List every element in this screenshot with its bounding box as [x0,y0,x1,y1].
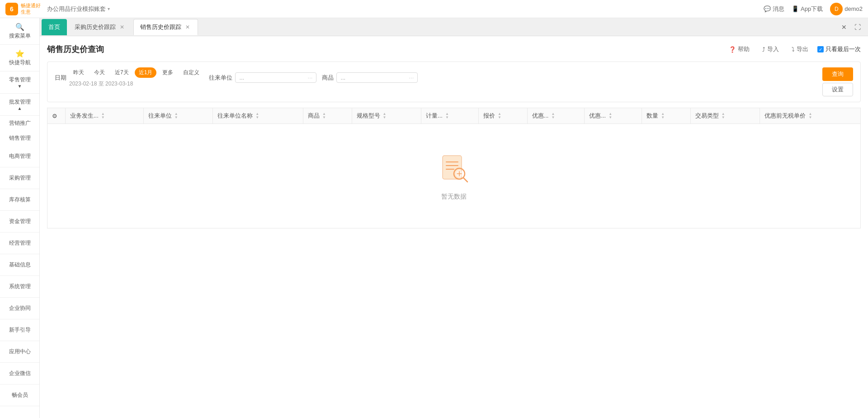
header-left: 6 畅捷通好生意 办公用品行业模拟账套 ▾ [5,3,110,15]
sidebar-item-basics[interactable]: 基础信息 [0,254,39,276]
sidebar: 🔍 搜索菜单 ⭐ 快捷导航 零售管理 ▼ 批发管理 ▲ 营销推广 销售管理 电商… [0,18,40,418]
settings-button[interactable]: 设置 [822,83,853,96]
tab-sales-history[interactable]: 销售历史价跟踪 ✕ [133,19,198,35]
sort-counterpart-code-icon: ▲▼ [175,112,178,119]
product-filter-input[interactable]: ... ··· [336,72,418,83]
counterpart-filter-placeholder: ... [239,74,244,81]
col-product[interactable]: 商品 ▲▼ [303,108,352,124]
date-btn-yesterday[interactable]: 昨天 [69,67,88,78]
sidebar-item-sys-mgmt[interactable]: 系统管理 [0,276,39,298]
col-counterpart-name[interactable]: 往来单位名称 ▲▼ [213,108,303,124]
col-unit[interactable]: 计量... ▲▼ [421,108,479,124]
sidebar-item-operations[interactable]: 经营管理 [0,233,39,254]
sidebar-item-corp-wechat[interactable]: 企业微信 [0,363,39,385]
table-container: ⚙ 业务发生... ▲▼ 往来单位 [47,108,861,228]
sidebar-item-enterprise[interactable]: 企业协同 [0,298,39,319]
settings-icon: ⚙ [52,113,57,119]
date-btn-today[interactable]: 今天 [90,67,109,78]
col-discount1[interactable]: 优惠... ▲▼ [527,108,585,124]
date-filter-label: 日期 [55,74,66,82]
sidebar-item-new-guide[interactable]: 新手引导 [0,319,39,341]
app-logo-text: 畅捷通好生意 [21,3,43,14]
col-quantity[interactable]: 数量 ▲▼ [642,108,691,124]
sidebar-item-sales-mgmt[interactable]: 销售管理 [0,131,39,146]
sort-price-icon: ▲▼ [498,112,501,119]
sort-pretax-price-icon: ▲▼ [808,112,812,119]
date-btn-more[interactable]: 更多 [158,67,177,78]
tab-purchase-history[interactable]: 采购历史价跟踪 ✕ [68,19,132,35]
sort-trade-type-icon: ▲▼ [722,112,725,119]
filter-actions: 查询 设置 [822,67,853,96]
empty-state: 暂无数据 [47,124,860,228]
content-area: 首页 采购历史价跟踪 ✕ 销售历史价跟踪 ✕ ✕ ⛶ 销售历史价查询 [40,18,868,418]
data-table: ⚙ 业务发生... ▲▼ 往来单位 [47,108,861,228]
app-download-btn[interactable]: 📱 App下载 [792,5,823,13]
user-area[interactable]: D demo2 [830,3,863,15]
only-latest-checkbox[interactable]: ✓ [817,46,824,52]
col-spec[interactable]: 规格型号 ▲▼ [352,108,421,124]
search-menu-icon: 🔍 [15,23,24,31]
col-discount2[interactable]: 优惠... ▲▼ [585,108,642,124]
sidebar-item-member[interactable]: 畅会员 [0,385,39,406]
sort-quantity-icon: ▲▼ [661,112,665,119]
sidebar-item-retail-mgmt[interactable]: 零售管理 ▼ [0,71,39,94]
sidebar-item-search-menu[interactable]: 🔍 搜索菜单 [0,18,39,45]
quick-nav-icon: ⭐ [15,49,24,58]
main-layout: 🔍 搜索菜单 ⭐ 快捷导航 零售管理 ▼ 批发管理 ▲ 营销推广 销售管理 电商… [0,18,868,418]
col-counterpart-code[interactable]: 往来单位 ▲▼ [143,108,213,124]
empty-state-row: 暂无数据 [47,124,861,228]
counterpart-filter-group: 往来单位 ... ··· [209,72,316,83]
product-filter-label: 商品 [322,74,334,82]
sidebar-item-inventory[interactable]: 库存核算 [0,189,39,211]
import-btn[interactable]: ⤴ 导入 [759,43,783,55]
sort-counterpart-name-icon: ▲▼ [255,112,259,119]
filter-row: 日期 昨天 今天 近7天 近1月 更多 自定义 2023-02-18 至 202… [55,67,815,88]
export-btn[interactable]: ⤵ 导出 [788,43,812,55]
sort-discount2-icon: ▲▼ [609,112,612,119]
empty-text: 暂无数据 [441,193,467,201]
col-settings[interactable]: ⚙ [47,108,66,124]
tab-sales-history-close[interactable]: ✕ [184,24,191,31]
col-trade-type[interactable]: 交易类型 ▲▼ [690,108,760,124]
sort-unit-icon: ▲▼ [445,112,449,119]
product-filter-group: 商品 ... ··· [322,72,418,83]
date-btn-custom[interactable]: 自定义 [179,67,203,78]
col-price[interactable]: 报价 ▲▼ [478,108,527,124]
sort-spec-icon: ▲▼ [383,112,387,119]
tab-maximize-btn[interactable]: ⛶ [853,22,863,32]
top-header: 6 畅捷通好生意 办公用品行业模拟账套 ▾ 💬 消息 📱 App下载 D dem… [0,0,868,18]
tab-purchase-history-close[interactable]: ✕ [118,24,126,31]
sidebar-item-app-center[interactable]: 应用中心 [0,341,39,363]
counterpart-filter-input[interactable]: ... ··· [235,72,316,83]
message-btn[interactable]: 💬 消息 [764,5,784,13]
product-filter-dots-icon: ··· [409,74,414,81]
only-latest-checkbox-label[interactable]: ✓ 只看最后一次 [817,45,861,53]
query-button[interactable]: 查询 [822,67,853,81]
counterpart-filter-label: 往来单位 [209,74,232,82]
sort-biz-date-icon: ▲▼ [101,112,105,119]
app-download-icon: 📱 [792,5,799,12]
tab-home[interactable]: 首页 [42,19,67,35]
header-app-title[interactable]: 办公用品行业模拟账套 ▾ [47,5,110,13]
sidebar-item-wholesale-mgmt[interactable]: 批发管理 ▲ [0,94,39,116]
import-icon: ⤴ [762,46,765,53]
filter-bar: 日期 昨天 今天 近7天 近1月 更多 自定义 2023-02-18 至 202… [47,62,861,102]
user-avatar: D [830,3,843,15]
sidebar-item-ecom-mgmt[interactable]: 电商管理 [0,146,39,167]
table-header-row: ⚙ 业务发生... ▲▼ 往来单位 [47,108,861,124]
sidebar-item-purchase-mgmt[interactable]: 采购管理 [0,167,39,189]
page-actions: ❓ 帮助 ⤴ 导入 ⤵ 导出 ✓ 只看最后一次 [725,43,861,55]
col-pretax-price[interactable]: 优惠前无税单价 ▲▼ [760,108,861,124]
sidebar-item-finance[interactable]: 资金管理 [0,211,39,233]
counterpart-filter-dots-icon: ··· [308,74,313,81]
tab-bar-actions: ✕ ⛶ [839,22,866,32]
sidebar-item-marketing[interactable]: 营销推广 [0,116,39,131]
date-btn-last1month[interactable]: 近1月 [135,67,157,78]
tab-close-all-btn[interactable]: ✕ [839,22,849,32]
col-biz-date[interactable]: 业务发生... ▲▼ [66,108,144,124]
sidebar-item-quick-nav[interactable]: ⭐ 快捷导航 [0,45,39,71]
svg-line-5 [463,178,467,182]
date-btn-last7days[interactable]: 近7天 [111,67,133,78]
retail-arrow-icon: ▼ [18,84,22,89]
help-btn[interactable]: ❓ 帮助 [725,43,753,55]
